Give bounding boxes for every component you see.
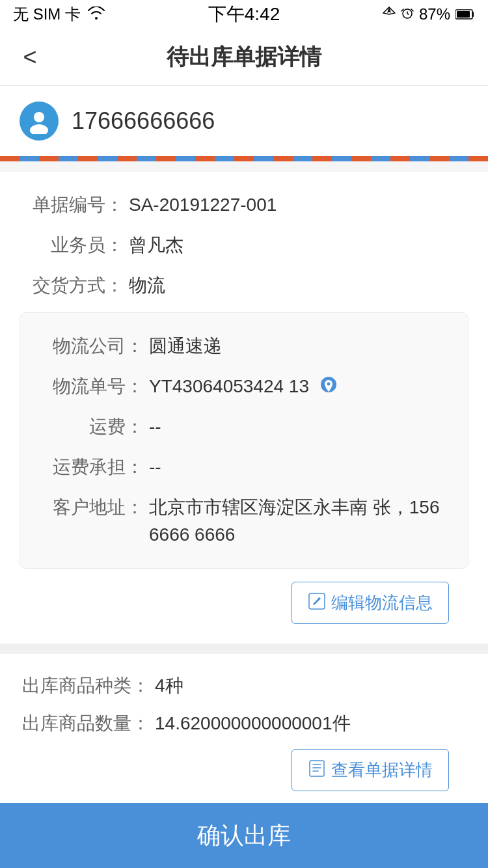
confirm-btn-container: 确认出库 [0,803,488,868]
svg-rect-2 [457,11,470,18]
person-icon [26,108,52,134]
svg-point-3 [34,112,44,122]
status-right: 87% [383,5,475,23]
dashed-divider [0,156,488,161]
freight-bearer-value: -- [144,454,448,481]
edit-logistics-label: 编辑物流信息 [331,591,433,614]
freight-bearer-row: 运费承担： -- [40,454,448,481]
freight-bearer-label: 运费承担： [40,454,144,481]
svg-rect-8 [310,761,324,776]
back-icon: < [23,44,36,71]
address-value: 北京市市辖区海淀区永丰南 张，156 6666 6666 [144,494,448,549]
goods-quantity-label: 出库商品数量： [20,711,150,736]
view-details-btn-container: 查看单据详情 [20,749,468,791]
sales-person-value: 曾凡杰 [124,232,468,259]
tracking-number-value-container: YT43064053424 13 [144,373,448,400]
address-label: 客户地址： [40,494,144,521]
doc-icon [308,759,326,781]
nav-bar: < 待出库单据详情 [0,29,488,86]
tracking-number-row: 物流单号： YT43064053424 13 [40,373,448,400]
view-details-label: 查看单据详情 [331,759,433,781]
doc-number-label: 单据编号： [20,191,124,219]
back-button[interactable]: < [16,43,44,72]
separator [0,644,488,654]
goods-types-row: 出库商品种类： 4种 [20,673,468,698]
customer-phone: 17666666666 [72,107,215,135]
delivery-method-row: 交货方式： 物流 [20,272,468,299]
goods-card: 出库商品种类： 4种 出库商品数量： 14.620000000000001件 查… [0,654,488,811]
logistics-company-row: 物流公司： 圆通速递 [40,332,448,360]
logistics-card: 物流公司： 圆通速递 物流单号： YT43064053424 13 运费： -- [20,312,468,569]
goods-quantity-value: 14.620000000000001件 [150,711,468,736]
avatar [20,102,59,141]
edit-icon [308,592,326,614]
sales-person-label: 业务员： [20,232,124,259]
alarm-icon [401,5,414,23]
delivery-method-label: 交货方式： [20,272,124,299]
battery-percentage: 87% [419,5,450,23]
freight-label: 运费： [40,413,144,441]
freight-row: 运费： -- [40,413,448,441]
content: 17666666666 单据编号： SA-20191227-001 业务员： 曾… [0,86,488,868]
tracking-number-label: 物流单号： [40,373,144,400]
address-row: 客户地址： 北京市市辖区海淀区永丰南 张，156 6666 6666 [40,494,448,549]
sales-person-row: 业务员： 曾凡杰 [20,232,468,259]
doc-number-row: 单据编号： SA-20191227-001 [20,191,468,219]
page-title: 待出库单据详情 [167,42,321,72]
status-time: 下午4:42 [208,2,280,27]
goods-types-value: 4种 [150,673,468,698]
svg-point-4 [30,124,48,134]
svg-point-6 [327,383,331,386]
location-icon[interactable] [317,375,340,398]
customer-header: 17666666666 [0,86,488,156]
tracking-number-value: YT43064053424 13 [149,373,309,400]
gps-icon [383,5,396,23]
goods-types-label: 出库商品种类： [20,673,150,698]
goods-quantity-row: 出库商品数量： 14.620000000000001件 [20,711,468,736]
status-left: 无 SIM 卡 [13,4,105,25]
edit-logistics-button[interactable]: 编辑物流信息 [291,582,449,624]
edit-logistics-btn-container: 编辑物流信息 [20,582,468,624]
document-info-card: 单据编号： SA-20191227-001 业务员： 曾凡杰 交货方式： 物流 … [0,172,488,644]
logistics-company-label: 物流公司： [40,332,144,360]
delivery-method-value: 物流 [124,272,468,299]
view-details-button[interactable]: 查看单据详情 [291,749,449,791]
wifi-icon [87,5,105,23]
doc-number-value: SA-20191227-001 [124,191,468,219]
freight-value: -- [144,413,448,441]
status-bar: 无 SIM 卡 下午4:42 87% [0,0,488,29]
confirm-button[interactable]: 确认出库 [197,820,291,852]
logistics-company-value: 圆通速递 [144,332,448,360]
battery-icon [455,5,475,23]
carrier-label: 无 SIM 卡 [13,4,81,25]
